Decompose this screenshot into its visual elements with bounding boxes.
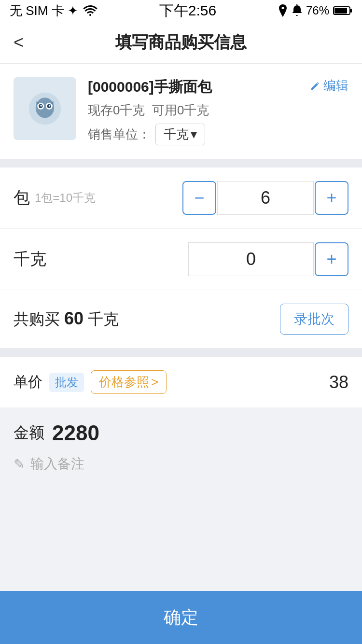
kg-input-row: 千克 +	[0, 229, 362, 290]
divider-2	[0, 348, 362, 357]
amount-section: 金额 2280 ✎ 输入备注	[0, 407, 362, 478]
product-info: [0000006]手撕面包 现存0千克 可用0千克 销售单位： 千克 ▾	[88, 77, 348, 145]
unit-label: 销售单位：	[88, 126, 151, 143]
price-label: 单价	[14, 372, 42, 392]
total-amount: 60	[64, 308, 84, 328]
kg-label: 千克	[14, 248, 46, 270]
package-controls: − +	[182, 181, 348, 215]
confirm-button[interactable]: 确定	[0, 591, 362, 644]
total-text: 共购买 60 千克	[14, 308, 119, 330]
amount-label: 金额	[14, 422, 44, 444]
back-button[interactable]: <	[14, 32, 24, 53]
unit-select[interactable]: 千克 ▾	[155, 124, 205, 145]
confirm-label: 确定	[164, 606, 198, 630]
page-title: 填写商品购买信息	[115, 31, 247, 54]
amount-value: 2280	[52, 421, 99, 445]
battery-text: 76%	[306, 4, 329, 17]
product-name: [0000006]手撕面包	[88, 77, 348, 97]
package-quantity-input[interactable]	[217, 181, 314, 215]
kg-plus-button[interactable]: +	[315, 242, 348, 276]
kg-quantity-input[interactable]	[188, 242, 314, 276]
status-right: 76%	[278, 4, 352, 17]
product-unit-row: 销售单位： 千克 ▾	[88, 124, 348, 145]
remark-pencil-icon: ✎	[14, 456, 25, 472]
price-type-tag: 批发	[49, 373, 84, 392]
amount-row: 金额 2280	[14, 421, 348, 445]
price-ref-arrow: >	[151, 375, 158, 390]
price-section: 单价 批发 价格参照 > 38	[0, 357, 362, 407]
price-row: 单价 批发 价格参照 > 38	[14, 370, 348, 394]
total-row: 共购买 60 千克 录批次	[0, 290, 362, 348]
status-bar: 无 SIM 卡 ✦ 下午2:56 76%	[0, 0, 362, 21]
spacer	[0, 478, 362, 591]
batch-button[interactable]: 录批次	[280, 304, 348, 335]
price-value: 38	[329, 372, 348, 392]
input-section: 包 1包=10千克 − + 千克 +	[0, 168, 362, 290]
remark-placeholder: 输入备注	[30, 455, 84, 473]
no-sim-label: 无 SIM 卡 ✦	[10, 2, 78, 19]
nav-bar: < 填写商品购买信息	[0, 21, 362, 64]
location-icon	[278, 4, 288, 17]
package-input-row: 包 1包=10千克 − +	[0, 168, 362, 229]
package-minus-button[interactable]: −	[182, 181, 216, 215]
product-stock: 现存0千克 可用0千克	[88, 102, 348, 119]
edit-button[interactable]: 编辑	[310, 77, 348, 94]
svg-rect-2	[350, 9, 352, 13]
edit-icon	[310, 81, 320, 91]
wifi-icon	[83, 5, 97, 16]
battery-icon	[333, 5, 352, 16]
alarm-icon	[292, 4, 302, 17]
remark-row[interactable]: ✎ 输入备注	[14, 455, 348, 473]
package-plus-button[interactable]: +	[315, 181, 348, 215]
product-image	[14, 77, 76, 140]
divider-1	[0, 159, 362, 168]
package-hint: 1包=10千克	[35, 190, 96, 206]
svg-point-10	[49, 105, 51, 107]
package-label: 包	[14, 187, 30, 209]
svg-point-9	[40, 105, 42, 107]
price-ref-button[interactable]: 价格参照 >	[91, 370, 167, 394]
status-left: 无 SIM 卡 ✦	[10, 2, 97, 19]
unit-dropdown-icon: ▾	[191, 127, 197, 142]
product-card: [0000006]手撕面包 现存0千克 可用0千克 销售单位： 千克 ▾ 编辑	[0, 64, 362, 159]
svg-rect-1	[334, 8, 347, 14]
product-owl-icon	[28, 92, 62, 126]
status-time: 下午2:56	[159, 1, 216, 21]
kg-controls: +	[187, 242, 348, 276]
